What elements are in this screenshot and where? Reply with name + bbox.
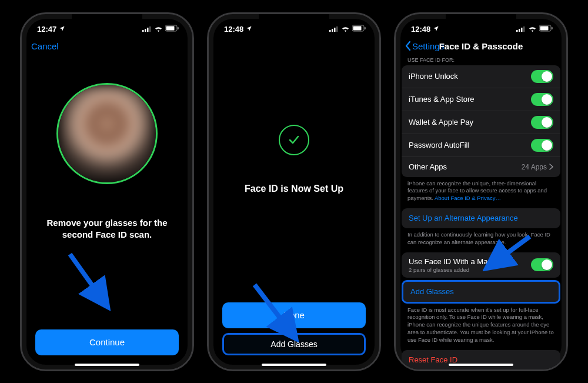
battery-icon [165,25,179,34]
nav-bar: Cancel [22,38,192,56]
toggle-itunes[interactable]: iTunes & App Store [402,88,560,111]
wifi-icon [341,25,350,34]
location-icon [433,25,439,34]
alternate-appearance-row[interactable]: Set Up an Alternate Appearance [402,208,560,228]
cell-label: Wallet & Apple Pay [409,118,473,126]
reset-group: Reset Face ID [402,350,560,370]
svg-rect-21 [523,26,525,32]
toggle-switch[interactable] [531,139,553,152]
cancel-button[interactable]: Cancel [31,41,59,51]
nav-bar: Settings Face ID & Passcode [396,38,566,56]
svg-rect-11 [334,28,336,32]
svg-rect-14 [353,26,362,31]
svg-rect-1 [145,29,146,32]
svg-rect-5 [166,26,175,31]
toggle-mask[interactable]: Use Face ID With a Mask 2 pairs of glass… [402,252,560,278]
cell-label: Use Face ID With a Mask [409,257,495,266]
phone-1: 12:47 Cancel Remove your glasses for the… [20,12,194,371]
cellular-icon [142,25,152,34]
svg-rect-12 [336,26,338,32]
add-glasses-button[interactable]: Add Glasses [222,333,366,355]
mask-group: Use Face ID With a Mask 2 pairs of glass… [402,252,560,278]
svg-rect-18 [516,30,518,32]
other-apps-count: 24 Apps [522,163,547,171]
wifi-icon [528,25,537,34]
svg-line-8 [70,254,105,304]
cellular-icon [516,25,526,34]
other-apps-row[interactable]: Other Apps 24 Apps [402,157,560,177]
home-indicator[interactable] [75,364,139,366]
svg-rect-20 [521,28,523,32]
svg-rect-3 [149,26,151,32]
status-time: 12:48 [411,25,430,34]
home-indicator[interactable] [262,364,326,366]
toggle-iphone-unlock[interactable]: iPhone Unlock [402,65,560,88]
success-title: Face ID is Now Set Up [245,184,343,194]
cell-label: iPhone Unlock [409,72,458,81]
annotation-arrow [65,249,118,314]
success-check-icon [279,125,309,155]
cell-label: Set Up an Alternate Appearance [409,214,518,222]
toggle-switch[interactable] [531,93,553,106]
cell-label: Other Apps [409,162,447,171]
phone-2: 12:48 Face ID is Now Set Up Done Add Gla… [207,12,381,371]
reset-faceid-row[interactable]: Reset Face ID [402,350,560,370]
face-preview [58,85,156,182]
alternate-group: Set Up an Alternate Appearance [402,208,560,228]
battery-icon [352,25,366,34]
svg-rect-24 [552,27,553,29]
continue-button[interactable]: Continue [35,329,179,355]
chevron-right-icon [549,164,553,170]
home-indicator[interactable] [449,364,513,366]
footer-text-2: In addition to continuously learning how… [402,228,560,252]
svg-rect-0 [142,30,144,32]
add-glasses-row[interactable]: Add Glasses [402,280,560,304]
status-time: 12:48 [224,25,243,34]
cell-sublabel: 2 pairs of glasses added [409,267,495,273]
notch [446,14,516,29]
svg-rect-10 [332,29,333,32]
cell-label: iTunes & App Store [409,95,475,104]
status-time: 12:47 [37,25,56,34]
notch [72,14,142,29]
toggle-switch[interactable] [531,258,553,271]
face-scan-ring [56,83,158,184]
section-header: USE FACE ID FOR: [402,56,560,65]
toggle-switch[interactable] [531,70,553,83]
privacy-link[interactable]: About Face ID & Privacy… [435,195,501,201]
wifi-icon [154,25,163,34]
chevron-left-icon [405,41,411,51]
done-button[interactable]: Done [222,302,366,328]
svg-rect-23 [540,26,549,31]
cell-label: Password AutoFill [409,141,469,149]
footer-text-1: iPhone can recognize the unique, three-d… [402,177,560,208]
toggle-autofill[interactable]: Password AutoFill [402,134,560,157]
back-button[interactable]: Settings [405,41,444,51]
toggle-wallet[interactable]: Wallet & Apple Pay [402,111,560,134]
back-label: Settings [412,41,444,51]
use-faceid-group: iPhone Unlock iTunes & App Store Wallet … [402,65,560,177]
cellular-icon [329,25,339,34]
svg-rect-19 [519,29,520,32]
cell-label: Add Glasses [410,287,454,296]
svg-rect-9 [329,30,331,32]
battery-icon [539,25,553,34]
instruction-text: Remove your glasses for the second Face … [22,217,192,241]
toggle-switch[interactable] [531,116,553,129]
svg-rect-6 [178,27,179,29]
svg-rect-2 [147,28,149,32]
phone-3: 12:48 Settings Face ID & Passcode USE FA… [394,12,568,371]
footer-text-3: Face ID is most accurate when it's set u… [402,304,560,350]
notch [259,14,329,29]
location-icon [246,25,252,34]
svg-rect-15 [365,27,366,29]
location-icon [59,25,65,34]
